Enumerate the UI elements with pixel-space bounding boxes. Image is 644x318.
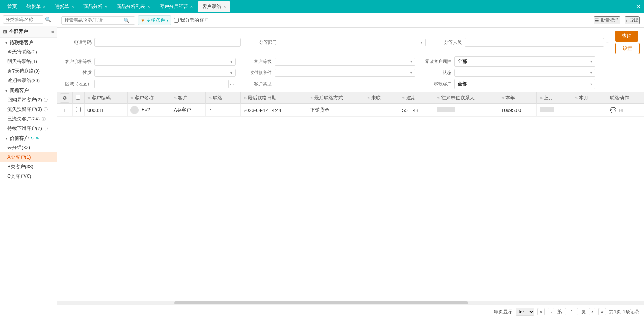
sidebar-item-repurchase-abnormal[interactable]: 回购异常客户(2) ⓘ	[0, 95, 57, 105]
sidebar-item-week-contact[interactable]: 近7天待联络(0)	[0, 66, 57, 76]
refresh-icon[interactable]: ↻	[30, 136, 34, 141]
close-segmentation-tab[interactable]: ×	[190, 4, 193, 9]
tab-product-analysis-list[interactable]: 商品分析列表 ×	[112, 1, 154, 12]
col-last-contact-method[interactable]: 最后联络方式	[307, 92, 364, 104]
tab-home[interactable]: 首页	[3, 1, 21, 12]
nature-select[interactable]: ▾	[94, 69, 236, 77]
problem-customers-group: ▼ 问题客户	[0, 85, 57, 95]
sidebar-search-icon[interactable]: 🔍	[45, 17, 51, 22]
my-customers-checkbox-label[interactable]: 我分管的客户	[174, 17, 209, 24]
col-code[interactable]: 客户编码	[85, 92, 128, 104]
region-input[interactable]	[94, 80, 229, 88]
page-input[interactable]	[565, 308, 578, 315]
status-select[interactable]: ▾	[454, 69, 595, 77]
filter-field-region: 区域（地区） ···	[61, 80, 236, 88]
department-select[interactable]: ▾	[280, 39, 426, 46]
sidebar-search-area: 🔍	[0, 13, 57, 26]
chat-action-icon[interactable]: 💬	[610, 107, 616, 113]
price-level-select[interactable]: ▾	[94, 58, 236, 66]
per-page-select[interactable]: 50 100 200	[516, 308, 534, 316]
search-icon[interactable]: 🔍	[124, 18, 129, 23]
search-box: 🔍	[61, 16, 135, 25]
phone-input[interactable]	[94, 38, 241, 47]
retail-attr-label: 零散客户属性	[421, 59, 454, 65]
sidebar-item-class-a[interactable]: A类客户(1)	[0, 152, 57, 162]
row-last-month	[537, 104, 572, 117]
last-page-button[interactable]: »	[598, 308, 606, 315]
retail-attr-select[interactable]: 全部 ▾	[454, 56, 595, 67]
tab-customer-contact[interactable]: 客户联络 ×	[198, 1, 230, 12]
col-this-month[interactable]: 本月...	[572, 92, 607, 104]
filter-field-payment: 收付款条件 ▾	[242, 69, 416, 77]
region-dots[interactable]: ···	[229, 81, 236, 87]
select-all-checkbox[interactable]	[76, 95, 80, 100]
grid-icon: ⊞	[3, 29, 7, 35]
col-checkbox	[73, 92, 85, 104]
customer-type-input[interactable]	[275, 80, 416, 88]
export-button[interactable]: ↑ 导出	[625, 16, 640, 24]
col-name[interactable]: 客户名称	[128, 92, 171, 104]
horizontal-scrollbar[interactable]	[57, 301, 644, 305]
content-area: 🔍 ▼ 更多条件 ▾ 我分管的客户 ☰ 批量操作 ↑ 导出	[57, 13, 644, 318]
settings-button[interactable]: 设置	[615, 43, 640, 54]
sidebar-item-churn-warning[interactable]: 流失预警客户(3) ⓘ	[0, 105, 57, 114]
grid-action-icon[interactable]: ⊞	[619, 107, 623, 113]
row-overdue: 55 48	[399, 104, 434, 117]
first-page-button[interactable]: «	[537, 308, 545, 315]
sidebar-item-tomorrow-contact[interactable]: 明天待联络(1)	[0, 57, 57, 66]
filter-field-department: 分管部门 ▾	[247, 39, 426, 46]
all-customers-header[interactable]: ⊞ 全部客户 ◀	[0, 26, 57, 38]
close-contact-tab[interactable]: ×	[223, 4, 226, 9]
scrollbar-thumb[interactable]	[174, 301, 468, 304]
tab-sales[interactable]: 销货单 ×	[22, 1, 50, 12]
col-this-year[interactable]: 本年...	[498, 92, 536, 104]
chevron-icon-2: ▾	[230, 60, 232, 64]
query-button[interactable]: 查询	[615, 31, 638, 42]
sidebar-item-class-c[interactable]: C类客户(6)	[0, 172, 57, 181]
sidebar-item-today-contact[interactable]: 今天待联络(0)	[0, 47, 57, 57]
retail-attr-value: 全部	[458, 58, 467, 65]
tab-product-analysis[interactable]: 商品分析 ×	[79, 1, 111, 12]
sidebar-search-input[interactable]	[3, 15, 43, 24]
col-contact-count[interactable]: 联络...	[205, 92, 240, 104]
col-customer-type[interactable]: 客户...	[171, 92, 205, 104]
table-settings-gear[interactable]: ⚙	[60, 93, 69, 103]
sidebar-item-unclassified[interactable]: 未分组(32)	[0, 143, 57, 152]
sidebar-item-class-b[interactable]: B类客户(33)	[0, 162, 57, 172]
col-last-month[interactable]: 上月...	[537, 92, 572, 104]
collapse-icon: ◀	[51, 29, 54, 34]
close-product-analysis-tab[interactable]: ×	[105, 4, 107, 9]
triangle-icon-2: ▼	[4, 89, 8, 93]
close-product-list-tab[interactable]: ×	[147, 4, 150, 9]
col-last-contact-date[interactable]: 最后联络日期	[240, 92, 307, 104]
last-contact-method-link[interactable]: 下销货单	[310, 107, 329, 113]
person-dots[interactable]: ···	[604, 40, 611, 45]
tab-purchase[interactable]: 进货单 ×	[50, 1, 78, 12]
my-customers-checkbox[interactable]	[174, 18, 179, 23]
retail-customer-select[interactable]: 全部 ▾	[454, 79, 595, 89]
col-contact-person[interactable]: 往来单位联系人	[434, 92, 498, 104]
col-overdue[interactable]: 逾期...	[399, 92, 434, 104]
sidebar-item-declining[interactable]: 持续下滑客户(2) ⓘ	[0, 124, 57, 133]
search-input[interactable]	[65, 18, 124, 23]
close-all-button[interactable]: ✕	[636, 3, 641, 11]
payment-select[interactable]: ▾	[275, 69, 416, 77]
close-sales-tab[interactable]: ×	[43, 4, 45, 9]
tab-customer-segmentation[interactable]: 客户分层经营 ×	[155, 1, 197, 12]
prev-page-button[interactable]: ‹	[548, 308, 554, 315]
retail-customer-value: 全部	[458, 81, 467, 87]
row-checkbox[interactable]	[76, 107, 81, 112]
sidebar-item-churned[interactable]: 已流失客户(24) ⓘ	[0, 114, 57, 124]
edit-value-icon[interactable]: ✎	[35, 136, 39, 141]
sidebar-item-overdue-contact[interactable]: 逾期未联络(30)	[0, 76, 57, 85]
next-page-button[interactable]: ›	[589, 308, 595, 315]
customer-level-select[interactable]: ▾	[275, 58, 416, 66]
filter-row-3: 性质 ▾ 收付款条件 ▾ 状态	[61, 69, 640, 77]
row-this-month	[572, 104, 607, 117]
overdue-value1: 55	[402, 107, 407, 113]
batch-op-button[interactable]: ☰ 批量操作	[594, 16, 620, 24]
close-purchase-tab[interactable]: ×	[71, 4, 74, 9]
more-filters-button[interactable]: ▼ 更多条件 ▾	[138, 15, 171, 25]
col-no-contact[interactable]: 未联...	[364, 92, 399, 104]
person-input[interactable]	[465, 38, 604, 47]
